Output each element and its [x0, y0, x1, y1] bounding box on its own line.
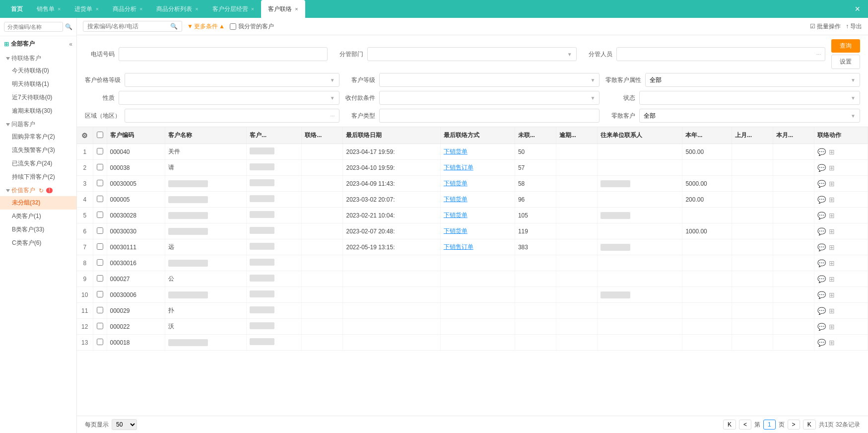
tab-purchase[interactable]: 进货单 × [67, 0, 105, 18]
message-icon[interactable]: 💬 [817, 243, 826, 251]
row-checkbox[interactable] [97, 227, 103, 234]
sidebar-search-input[interactable] [4, 22, 63, 32]
sidebar-today-pending[interactable]: 今天待联络(0) [0, 64, 76, 77]
th-settings[interactable]: ⚙ [77, 127, 93, 144]
tab-customer-tier[interactable]: 客户分层经营 × [205, 0, 261, 18]
method-link[interactable]: 下销货单 [444, 212, 467, 218]
grid-action-icon[interactable]: ⊞ [829, 259, 835, 267]
first-page-btn[interactable]: K [723, 420, 736, 430]
sidebar-group-a[interactable]: A类客户(1) [0, 210, 76, 223]
main-search-box[interactable]: 🔍 [83, 21, 182, 32]
settings-icon[interactable]: ⚙ [81, 132, 88, 140]
method-link[interactable]: 下销货单 [444, 148, 467, 155]
grid-action-icon[interactable]: ⊞ [829, 307, 835, 315]
tab-analysis-list[interactable]: 商品分析列表 × [149, 0, 205, 18]
sidebar-value-triangle[interactable] [6, 189, 10, 192]
row-checkbox[interactable] [97, 307, 103, 313]
export-btn[interactable]: ↑ 导出 [846, 22, 862, 31]
row-checkbox[interactable] [97, 275, 103, 282]
sidebar-all-customers[interactable]: ⊞ 全部客户 « [0, 36, 76, 52]
sidebar-churn-risk[interactable]: 流失预警客户(3) [0, 144, 76, 157]
message-icon[interactable]: 💬 [817, 339, 826, 347]
method-link[interactable]: 下销售订单 [444, 243, 473, 250]
sidebar-tomorrow-pending[interactable]: 明天待联络(1) [0, 77, 76, 91]
message-icon[interactable]: 💬 [817, 323, 826, 331]
batch-op-btn[interactable]: ☑ 批量操作 [810, 22, 841, 31]
nature-input[interactable]: ▼ [119, 91, 339, 105]
my-customers-checkbox[interactable]: 我分管的客户 [230, 22, 274, 31]
tab-sales-close[interactable]: × [58, 6, 61, 12]
method-link[interactable]: 下销货单 [444, 196, 467, 203]
tab-analysis-close[interactable]: × [139, 6, 142, 12]
grid-action-icon[interactable]: ⊞ [829, 180, 835, 188]
sidebar-lost[interactable]: 已流失客户(24) [0, 157, 76, 170]
sidebar-overdue-pending[interactable]: 逾期未联络(30) [0, 104, 76, 118]
sidebar-near7-pending[interactable]: 近7天待联络(0) [0, 91, 76, 104]
message-icon[interactable]: 💬 [817, 227, 826, 235]
message-icon[interactable]: 💬 [817, 148, 826, 156]
row-checkbox[interactable] [97, 323, 103, 329]
grid-action-icon[interactable]: ⊞ [829, 196, 835, 204]
grid-action-icon[interactable]: ⊞ [829, 212, 835, 219]
message-icon[interactable]: 💬 [817, 164, 826, 172]
grid-action-icon[interactable]: ⊞ [829, 275, 835, 283]
tab-home[interactable]: 首页 [4, 0, 30, 18]
row-checkbox[interactable] [97, 212, 103, 218]
sidebar-pending-triangle[interactable] [6, 57, 10, 60]
tab-customer-contact-close[interactable]: × [295, 6, 298, 12]
retail-attr-input[interactable]: 全部▼ [645, 73, 860, 87]
tab-customer-tier-close[interactable]: × [251, 6, 254, 12]
row-checkbox[interactable] [97, 243, 103, 250]
message-icon[interactable]: 💬 [817, 291, 826, 299]
value-refresh-icon[interactable]: ↻ [39, 187, 44, 194]
next-page-btn[interactable]: > [788, 420, 800, 430]
tab-customer-contact[interactable]: 客户联络 × [261, 0, 305, 18]
row-checkbox[interactable] [97, 196, 103, 202]
phone-input[interactable] [119, 47, 328, 61]
sidebar-search-icon[interactable]: 🔍 [65, 23, 72, 30]
status-input[interactable]: ▼ [639, 91, 860, 105]
row-checkbox[interactable] [97, 259, 103, 266]
per-page-select[interactable]: 50 100 200 [112, 419, 137, 430]
customer-level-input[interactable]: ▼ [379, 73, 600, 87]
more-conditions-btn[interactable]: ▼ 更多条件 ▲ [187, 22, 225, 31]
close-window-icon[interactable]: × [851, 4, 864, 14]
main-search-input[interactable] [87, 23, 168, 30]
tab-purchase-close[interactable]: × [95, 6, 98, 12]
sidebar-group-c[interactable]: C类客户(6) [0, 236, 76, 250]
sidebar-group-b[interactable]: B类客户(33) [0, 223, 76, 236]
method-link[interactable]: 下销货单 [444, 180, 467, 187]
tab-analysis-list-close[interactable]: × [195, 6, 198, 12]
customer-type-input[interactable] [379, 109, 600, 123]
region-input[interactable]: ··· [125, 109, 339, 123]
grid-action-icon[interactable]: ⊞ [829, 291, 835, 299]
retail-customer-input[interactable]: 全部▼ [639, 109, 860, 123]
message-icon[interactable]: 💬 [817, 180, 826, 188]
my-customers-check[interactable] [230, 23, 236, 30]
grid-action-icon[interactable]: ⊞ [829, 148, 835, 156]
last-page-btn[interactable]: K [803, 420, 816, 430]
grid-action-icon[interactable]: ⊞ [829, 339, 835, 347]
grid-action-icon[interactable]: ⊞ [829, 323, 835, 331]
message-icon[interactable]: 💬 [817, 259, 826, 267]
message-icon[interactable]: 💬 [817, 196, 826, 204]
grid-action-icon[interactable]: ⊞ [829, 243, 835, 251]
message-icon[interactable]: 💬 [817, 212, 826, 219]
reset-btn[interactable]: 设置 [831, 55, 860, 69]
grid-action-icon[interactable]: ⊞ [829, 164, 835, 172]
sidebar-collapse-icon[interactable]: « [69, 41, 72, 48]
row-checkbox[interactable] [97, 339, 103, 345]
query-btn[interactable]: 查询 [831, 39, 860, 53]
sidebar-ungroup[interactable]: 未分组(32) [0, 196, 76, 210]
tab-sales[interactable]: 销售单 × [30, 0, 67, 18]
manager-input[interactable]: ··· [616, 47, 825, 61]
tab-analysis[interactable]: 商品分析 × [106, 0, 149, 18]
sidebar-problem-triangle[interactable] [6, 123, 10, 126]
price-level-input[interactable]: ▼ [125, 73, 339, 87]
method-link[interactable]: 下销货单 [444, 227, 467, 234]
row-checkbox[interactable] [97, 291, 103, 297]
message-icon[interactable]: 💬 [817, 275, 826, 283]
dept-input[interactable]: ▼ [367, 47, 576, 61]
grid-action-icon[interactable]: ⊞ [829, 227, 835, 235]
row-checkbox[interactable] [97, 148, 103, 154]
